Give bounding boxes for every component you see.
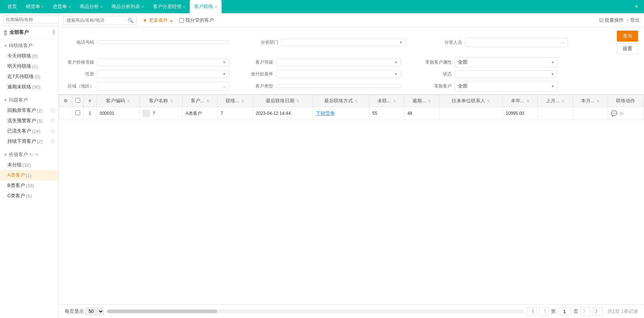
payment-terms-input[interactable]: ▼ bbox=[276, 70, 401, 78]
sidebar-item-unclassified[interactable]: 未分组 (32) bbox=[0, 160, 58, 170]
window-close-icon[interactable]: × bbox=[632, 3, 641, 10]
nature-input[interactable]: ▼ bbox=[97, 70, 229, 78]
info-icon[interactable]: ⓘ bbox=[51, 108, 55, 113]
nav-tab-1[interactable]: 进货单 × bbox=[48, 0, 75, 13]
col-last-method[interactable]: 最后联络方式 ⇅ bbox=[312, 95, 369, 107]
col-this-year[interactable]: 本年... ⇅ bbox=[502, 95, 537, 107]
last-page-btn[interactable]: 》 bbox=[593, 307, 602, 316]
sort-icon: ⇅ bbox=[127, 99, 130, 103]
sidebar-all-customers[interactable]: ⣿ 全部客户 《 bbox=[0, 26, 58, 39]
nav-home[interactable]: 首页 bbox=[3, 0, 21, 13]
col-name[interactable]: 客户名称 ⇅ bbox=[139, 95, 182, 107]
row-code: 000031 bbox=[97, 107, 140, 120]
retail-attr-input[interactable]: 全部 ▼ bbox=[455, 57, 558, 67]
area-label: 区域（地区） bbox=[65, 83, 94, 89]
sidebar-item-classC[interactable]: C类客户 (6) bbox=[0, 191, 58, 201]
col-contacts[interactable]: 往来单位联系人 ⇅ bbox=[439, 95, 502, 107]
sidebar-collapse-icon[interactable]: 《 bbox=[50, 29, 55, 36]
method-link[interactable]: 下销货单 bbox=[316, 110, 335, 116]
col-last-date[interactable]: 最后联络日期 ⇅ bbox=[253, 95, 312, 107]
sidebar-item-today[interactable]: 今天待联络 (0) bbox=[0, 51, 58, 61]
row-last-date: 2023-04-12 14:44: bbox=[253, 107, 312, 120]
nav-tab-4[interactable]: 客户分层经营 × bbox=[149, 0, 190, 13]
dept-input[interactable]: ▼ bbox=[281, 39, 406, 46]
retail-input[interactable]: 全部 ▼ bbox=[455, 81, 558, 91]
col-customer-type[interactable]: 客户... ⇅ bbox=[182, 95, 217, 107]
col-code[interactable]: 客户编码 ⇅ bbox=[97, 95, 140, 107]
sidebar-item-7days[interactable]: 近7天待联络 (0) bbox=[0, 71, 58, 82]
col-not-contacted[interactable]: 未联... ⇅ bbox=[369, 95, 404, 107]
customer-type-input[interactable] bbox=[276, 84, 401, 88]
next-page-btn[interactable]: 〉 bbox=[580, 307, 590, 316]
item-label: B类客户 bbox=[7, 182, 25, 189]
horizontal-scrollbar[interactable] bbox=[107, 310, 524, 313]
col-settings[interactable]: ⚙ bbox=[59, 95, 72, 107]
col-last-month[interactable]: 上月... ⇅ bbox=[538, 95, 573, 107]
per-page-select[interactable]: 50 100 bbox=[85, 307, 104, 315]
table-wrapper[interactable]: ⚙ # 客户编码 ⇅ 客户名称 ⇅ bbox=[59, 95, 644, 304]
sidebar-item-churned[interactable]: 已流失客户 (24) ⓘ bbox=[0, 126, 58, 136]
nav-tab-0[interactable]: 销货单 × bbox=[21, 0, 48, 13]
row-check[interactable] bbox=[72, 107, 83, 120]
refresh-icon[interactable]: ↻ bbox=[29, 152, 33, 158]
col-num: # bbox=[83, 95, 97, 107]
dept-label: 分管部门 bbox=[249, 39, 278, 46]
select-all-checkbox[interactable] bbox=[75, 98, 80, 103]
my-customers-check[interactable]: 我分管的客户 bbox=[179, 17, 214, 24]
sidebar-item-churn-warn[interactable]: 流失预警客户 (3) ⓘ bbox=[0, 116, 58, 126]
customer-level-input[interactable]: ▼ bbox=[276, 59, 401, 66]
col-this-month[interactable]: 本月... ⇅ bbox=[573, 95, 608, 107]
info-icon[interactable]: ⓘ bbox=[51, 118, 55, 124]
person-input[interactable]: ··· bbox=[465, 38, 568, 47]
nav-tab-3[interactable]: 商品分析列表 × bbox=[107, 0, 148, 13]
more-dots[interactable]: ··· bbox=[222, 84, 226, 89]
status-input[interactable]: ▼ bbox=[455, 70, 558, 78]
col-nc-label: 未联... bbox=[378, 98, 391, 103]
nav-tab-5[interactable]: 客户联络 × bbox=[190, 0, 221, 13]
sidebar-item-classA[interactable]: A类客户 (1) bbox=[0, 170, 58, 180]
row-checkbox[interactable] bbox=[75, 110, 80, 115]
batch-op-btn[interactable]: ☑ 批量操作 bbox=[599, 17, 624, 24]
tab-close-5[interactable]: × bbox=[215, 4, 217, 9]
main-search-input[interactable] bbox=[67, 18, 128, 23]
section-header-problem[interactable]: ▼ 问题客户 bbox=[0, 95, 58, 105]
sidebar-item-overdue[interactable]: 逾期未联络 (30) bbox=[0, 82, 58, 92]
page-input[interactable] bbox=[558, 308, 571, 315]
price-level-input[interactable]: ▼ bbox=[97, 59, 229, 66]
sidebar-item-declining[interactable]: 持续下滑客户 (2) ⓘ bbox=[0, 136, 58, 146]
search-icon[interactable]: 🔍 bbox=[128, 18, 133, 23]
info-icon[interactable]: ⓘ bbox=[51, 128, 55, 134]
section-header-value[interactable]: ▼ 价值客户 ↻ ✎ bbox=[0, 149, 58, 160]
col-check[interactable] bbox=[72, 95, 83, 107]
more-conditions-btn[interactable]: ▼ 更多条件 ▲ bbox=[140, 15, 176, 25]
sidebar-item-tomorrow[interactable]: 明天待联络 (1) bbox=[0, 61, 58, 71]
grid-icon: ⣿ bbox=[4, 30, 7, 35]
nav-tab-2[interactable]: 商品分析 × bbox=[75, 0, 107, 13]
tab-close-1[interactable]: × bbox=[68, 4, 71, 9]
info-icon[interactable]: ⓘ bbox=[51, 139, 55, 144]
message-icon[interactable]: 💬 bbox=[611, 110, 617, 116]
phone-input[interactable] bbox=[97, 40, 229, 44]
sidebar-search-input[interactable] bbox=[3, 15, 59, 24]
section-header-pending[interactable]: ▼ 待联络客户 bbox=[0, 40, 58, 51]
more-dots[interactable]: ··· bbox=[561, 40, 565, 45]
my-customers-checkbox[interactable] bbox=[179, 18, 184, 23]
col-actions: 联络动作 bbox=[608, 95, 644, 107]
qr-icon[interactable]: ⊞ bbox=[619, 110, 624, 116]
tab-close-3[interactable]: × bbox=[142, 4, 144, 9]
area-input[interactable]: ··· bbox=[97, 82, 229, 91]
edit-icon[interactable]: ✎ bbox=[35, 152, 39, 158]
prev-page-btn[interactable]: 〈 bbox=[539, 307, 549, 316]
data-table: ⚙ # 客户编码 ⇅ 客户名称 ⇅ bbox=[59, 95, 644, 120]
first-page-btn[interactable]: 《 bbox=[527, 307, 537, 316]
sidebar-item-classB[interactable]: B类客户 (33) bbox=[0, 180, 58, 191]
settings-button[interactable]: 设置 bbox=[617, 43, 638, 54]
sidebar-item-repurchase[interactable]: 回购异常客户 (2) ⓘ bbox=[0, 105, 58, 116]
tab-close-2[interactable]: × bbox=[100, 4, 103, 9]
tab-close-4[interactable]: × bbox=[183, 4, 185, 9]
tab-close-0[interactable]: × bbox=[42, 4, 44, 9]
export-btn[interactable]: ↑ 导出 bbox=[627, 17, 640, 24]
col-contact-count[interactable]: 联络... ⇅ bbox=[218, 95, 253, 107]
query-button[interactable]: 查询 bbox=[617, 31, 638, 42]
col-overdue[interactable]: 逾期... ⇅ bbox=[404, 95, 439, 107]
